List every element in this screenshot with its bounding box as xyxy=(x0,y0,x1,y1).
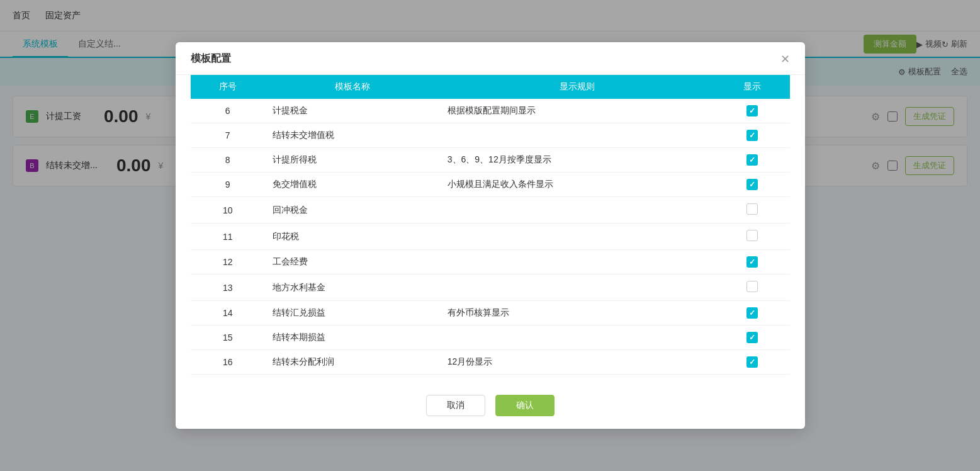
modal-footer: 取消 确认 xyxy=(176,385,805,429)
config-table: 序号 模板名称 显示规则 显示 6计提税金根据模版配置期间显示7结转未交增值税8… xyxy=(191,75,790,375)
checkbox-unchecked[interactable] xyxy=(746,203,758,215)
cell-rule: 小规模且满足收入条件显示 xyxy=(440,173,715,197)
cell-id: 10 xyxy=(191,197,265,224)
cell-id: 15 xyxy=(191,326,265,350)
col-header-name: 模板名称 xyxy=(265,75,440,99)
cell-rule xyxy=(440,250,715,275)
cell-checkbox[interactable] xyxy=(715,173,789,197)
cell-id: 8 xyxy=(191,148,265,173)
checkbox-checked[interactable] xyxy=(746,332,758,343)
cell-id: 13 xyxy=(191,275,265,301)
cell-name: 计提所得税 xyxy=(265,148,440,173)
modal-close-button[interactable]: ✕ xyxy=(780,54,790,65)
col-header-rule: 显示规则 xyxy=(440,75,715,99)
checkbox-checked[interactable] xyxy=(746,179,758,190)
cell-id: 7 xyxy=(191,123,265,148)
col-header-id: 序号 xyxy=(191,75,265,99)
cell-rule xyxy=(440,326,715,350)
cell-checkbox[interactable] xyxy=(715,326,789,350)
table-row: 13地方水利基金 xyxy=(191,275,790,301)
cell-rule xyxy=(440,275,715,301)
cell-id: 12 xyxy=(191,250,265,275)
table-row: 15结转本期损益 xyxy=(191,326,790,350)
modal-body: 序号 模板名称 显示规则 显示 6计提税金根据模版配置期间显示7结转未交增值税8… xyxy=(176,75,805,385)
table-row: 10回冲税金 xyxy=(191,197,790,224)
checkbox-checked[interactable] xyxy=(746,256,758,268)
cell-checkbox[interactable] xyxy=(715,123,789,148)
cell-checkbox[interactable] xyxy=(715,301,789,326)
cell-rule xyxy=(440,224,715,250)
table-row: 11印花税 xyxy=(191,224,790,250)
cell-name: 工会经费 xyxy=(265,250,440,275)
cell-checkbox[interactable] xyxy=(715,250,789,275)
table-row: 9免交增值税小规模且满足收入条件显示 xyxy=(191,173,790,197)
table-row: 8计提所得税3、6、9、12月按季度显示 xyxy=(191,148,790,173)
table-row: 6计提税金根据模版配置期间显示 xyxy=(191,99,790,123)
cell-checkbox[interactable] xyxy=(715,197,789,224)
cell-rule: 12月份显示 xyxy=(440,350,715,375)
cell-id: 6 xyxy=(191,99,265,123)
cell-checkbox[interactable] xyxy=(715,99,789,123)
table-row: 7结转未交增值税 xyxy=(191,123,790,148)
cell-name: 结转未分配利润 xyxy=(265,350,440,375)
cell-id: 14 xyxy=(191,301,265,326)
cell-checkbox[interactable] xyxy=(715,148,789,173)
table-header: 序号 模板名称 显示规则 显示 xyxy=(191,75,790,99)
cell-name: 结转未交增值税 xyxy=(265,123,440,148)
cell-checkbox[interactable] xyxy=(715,350,789,375)
table-row: 12工会经费 xyxy=(191,250,790,275)
cell-name: 回冲税金 xyxy=(265,197,440,224)
cancel-button[interactable]: 取消 xyxy=(426,395,485,416)
cell-checkbox[interactable] xyxy=(715,224,789,250)
cell-name: 计提税金 xyxy=(265,99,440,123)
checkbox-checked[interactable] xyxy=(746,307,758,319)
checkbox-checked[interactable] xyxy=(746,130,758,141)
cell-rule: 根据模版配置期间显示 xyxy=(440,99,715,123)
modal-title: 模板配置 xyxy=(191,52,231,65)
confirm-button[interactable]: 确认 xyxy=(495,395,555,416)
cell-rule: 3、6、9、12月按季度显示 xyxy=(440,148,715,173)
cell-name: 免交增值税 xyxy=(265,173,440,197)
cell-id: 16 xyxy=(191,350,265,375)
cell-name: 结转汇兑损益 xyxy=(265,301,440,326)
table-row: 14结转汇兑损益有外币核算显示 xyxy=(191,301,790,326)
checkbox-unchecked[interactable] xyxy=(746,230,758,241)
cell-checkbox[interactable] xyxy=(715,275,789,301)
cell-rule xyxy=(440,123,715,148)
template-config-modal: 模板配置 ✕ 序号 模板名称 显示规则 显示 6计提税金根据模版配置期间显示7结… xyxy=(176,42,805,429)
table-row: 16结转未分配利润12月份显示 xyxy=(191,350,790,375)
cell-name: 地方水利基金 xyxy=(265,275,440,301)
cell-id: 11 xyxy=(191,224,265,250)
table-body: 6计提税金根据模版配置期间显示7结转未交增值税8计提所得税3、6、9、12月按季… xyxy=(191,99,790,375)
cell-name: 结转本期损益 xyxy=(265,326,440,350)
col-header-show: 显示 xyxy=(715,75,789,99)
checkbox-checked[interactable] xyxy=(746,356,758,368)
checkbox-checked[interactable] xyxy=(746,105,758,116)
modal-overlay: 模板配置 ✕ 序号 模板名称 显示规则 显示 6计提税金根据模版配置期间显示7结… xyxy=(0,0,980,471)
cell-rule xyxy=(440,197,715,224)
cell-rule: 有外币核算显示 xyxy=(440,301,715,326)
cell-name: 印花税 xyxy=(265,224,440,250)
modal-header: 模板配置 ✕ xyxy=(176,42,805,75)
cell-id: 9 xyxy=(191,173,265,197)
checkbox-checked[interactable] xyxy=(746,154,758,166)
checkbox-unchecked[interactable] xyxy=(746,281,758,292)
